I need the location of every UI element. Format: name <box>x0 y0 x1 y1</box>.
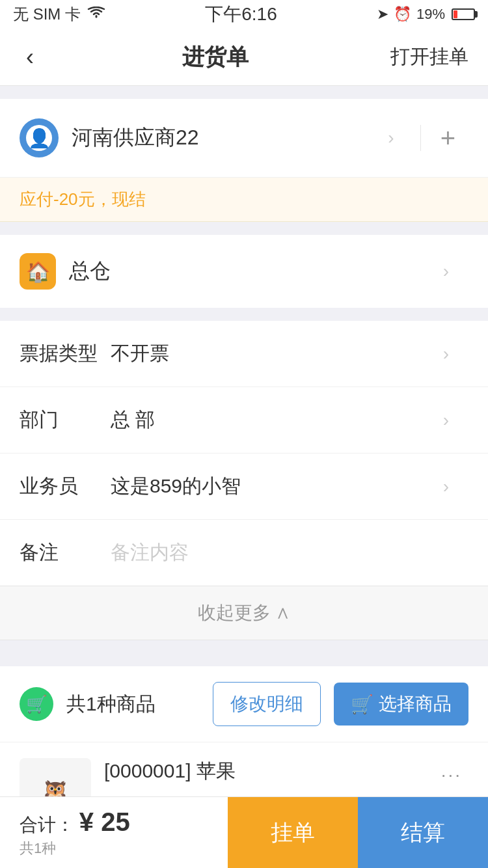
product-more-button[interactable]: ··· <box>435 758 468 792</box>
divider <box>420 125 421 151</box>
gap-2 <box>0 222 488 235</box>
checkout-button[interactable]: 结算 <box>358 797 488 868</box>
bottom-bar: 合计： ¥ 25 共1种 挂单 结算 <box>0 796 488 868</box>
page-title: 进货单 <box>182 42 249 72</box>
cart-icon: 🛒 <box>26 694 47 714</box>
warehouse-name: 总仓 <box>69 257 443 286</box>
location-icon: ➤ <box>377 6 388 23</box>
status-bar: 无 SIM 卡 下午6:16 ➤ ⏰ 19% <box>0 0 488 29</box>
department-label: 部门 <box>20 407 98 433</box>
total-amount: ¥ 25 <box>79 807 130 836</box>
battery-icon <box>452 8 475 20</box>
hang-button[interactable]: 挂单 <box>228 797 358 868</box>
warehouse-chevron-icon: › <box>443 261 449 282</box>
form-section: 票据类型 不开票 › 部门 总 部 › 业务员 这是859的小智 › 备注 备注… <box>0 321 488 586</box>
supplier-chevron-icon: › <box>388 128 394 148</box>
house-icon: 🏠 <box>26 260 50 283</box>
department-chevron-icon: › <box>443 410 449 431</box>
invoice-type-row[interactable]: 票据类型 不开票 › <box>0 321 488 387</box>
total-label: 合计： <box>20 815 74 835</box>
product-name: [0000001] 苹果 <box>104 758 422 785</box>
status-right: ➤ ⏰ 19% <box>377 6 475 23</box>
warehouse-row[interactable]: 🏠 总仓 › <box>0 235 488 308</box>
gap-1 <box>0 86 488 99</box>
products-icon-bg: 🛒 <box>20 687 53 721</box>
payable-notice: 应付-20元，现结 <box>0 178 488 222</box>
products-count: 共1种商品 <box>66 691 200 718</box>
add-supplier-button[interactable]: + <box>427 124 468 153</box>
gap-3 <box>0 640 488 653</box>
remark-input[interactable]: 备注内容 <box>98 539 468 566</box>
open-hang-button[interactable]: 打开挂单 <box>390 44 468 70</box>
invoice-type-value: 不开票 <box>98 340 443 367</box>
warehouse-icon-bg: 🏠 <box>20 253 56 290</box>
department-row[interactable]: 部门 总 部 › <box>0 387 488 454</box>
warehouse-section: 🏠 总仓 › <box>0 235 488 308</box>
more-dots-icon: ··· <box>441 765 462 785</box>
edit-detail-button[interactable]: 修改明细 <box>213 682 321 726</box>
supplier-section: 👤 河南供应商22 › + 应付-20元，现结 <box>0 99 488 222</box>
invoice-type-label: 票据类型 <box>20 340 98 367</box>
wifi-icon <box>87 5 105 23</box>
remark-row[interactable]: 备注 备注内容 <box>0 520 488 586</box>
salesperson-chevron-icon: › <box>443 476 449 497</box>
battery-percent: 19% <box>416 6 445 23</box>
person-icon: 👤 <box>28 128 51 149</box>
back-button[interactable]: ‹ <box>20 37 40 77</box>
supplier-row[interactable]: 👤 河南供应商22 › + <box>0 99 488 178</box>
supplier-name: 河南供应商22 <box>72 124 388 152</box>
alarm-icon: ⏰ <box>394 6 411 23</box>
carrier-label: 无 SIM 卡 <box>13 4 81 25</box>
status-left: 无 SIM 卡 <box>13 4 105 25</box>
total-count: 共1种 <box>20 839 208 858</box>
collapse-label: 收起更多 ∧ <box>198 603 291 623</box>
nav-bar: ‹ 进货单 打开挂单 <box>0 29 488 86</box>
salesperson-label: 业务员 <box>20 473 98 500</box>
collapse-bar[interactable]: 收起更多 ∧ <box>0 586 488 640</box>
salesperson-value: 这是859的小智 <box>98 473 443 500</box>
department-value: 总 部 <box>98 407 443 433</box>
select-product-button[interactable]: 🛒 选择商品 <box>334 683 468 726</box>
salesperson-row[interactable]: 业务员 这是859的小智 › <box>0 454 488 520</box>
time-display: 下午6:16 <box>205 2 277 27</box>
invoice-type-chevron-icon: › <box>443 344 449 364</box>
total-section: 合计： ¥ 25 共1种 <box>0 797 228 868</box>
remark-label: 备注 <box>20 539 98 566</box>
supplier-avatar: 👤 <box>20 118 59 157</box>
select-product-cart-icon: 🛒 <box>351 694 373 715</box>
products-header: 🛒 共1种商品 修改明细 🛒 选择商品 <box>0 666 488 742</box>
